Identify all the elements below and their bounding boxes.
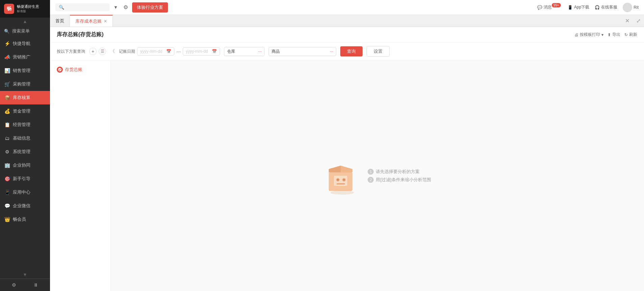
date-start-input[interactable]: yyyy-mm-dd 📅 bbox=[137, 47, 174, 55]
warehouse-more-btn[interactable]: ··· bbox=[258, 49, 262, 54]
empty-illustration bbox=[324, 159, 357, 193]
date-start-placeholder: yyyy-mm-dd bbox=[140, 49, 162, 54]
goods-select[interactable]: 商品 ··· bbox=[269, 47, 336, 56]
tab-home-label: 首页 bbox=[55, 18, 64, 24]
message-icon: 💬 bbox=[537, 5, 542, 10]
sidebar-nav: ⚡ 快捷导航 📣 营销推广 📊 销售管理 🛒 采购管理 📦 库存核算 💰 资金管… bbox=[0, 37, 50, 271]
marketing-icon: 📣 bbox=[4, 54, 10, 60]
sidebar-item-label: 库存核算 bbox=[13, 95, 30, 101]
topbar-left: 🔍 ▼ ⚙ 体验行业方案 bbox=[55, 2, 533, 13]
date-end-input[interactable]: yyyy-mm-dd 📅 bbox=[183, 47, 220, 55]
goods-label: 商品 bbox=[272, 49, 280, 54]
sidebar-item-label: 快捷导航 bbox=[13, 41, 30, 47]
search-menu-btn[interactable]: 🔍 搜索菜单 bbox=[0, 25, 50, 37]
sidebar-item-operations[interactable]: 📋 经营管理 bbox=[0, 118, 50, 131]
filter-actions: + ☰ bbox=[89, 48, 106, 55]
date-end-placeholder: yyyy-mm-dd bbox=[186, 49, 208, 54]
avatar bbox=[623, 3, 632, 12]
topbar-right: 💬 消息 99+ 📱 App下载 🎧 在线客服 Rit bbox=[537, 3, 639, 12]
settings-footer-btn[interactable]: ⚙ bbox=[12, 282, 16, 288]
topbar: 🔍 ▼ ⚙ 体验行业方案 💬 消息 99+ 📱 App下载 🎧 在线客服 bbox=[50, 0, 644, 15]
app-download-btn[interactable]: 📱 App下载 bbox=[568, 4, 589, 10]
page-header: 库存总账(存货总账) 🖨 按模板打印 ▾ ⬆ 导出 ↻ 刷新 bbox=[50, 27, 644, 43]
operations-icon: 📋 bbox=[4, 122, 10, 127]
query-btn[interactable]: 查询 bbox=[340, 46, 363, 56]
app-download-label: App下载 bbox=[574, 4, 589, 10]
search-topbar-icon: 🔍 bbox=[59, 5, 64, 10]
sidebar-item-purchase[interactable]: 🛒 采购管理 bbox=[0, 77, 50, 91]
main-area: 🔍 ▼ ⚙ 体验行业方案 💬 消息 99+ 📱 App下载 🎧 在线客服 bbox=[50, 0, 644, 291]
sidebar-item-basic[interactable]: 🗂 基础信息 bbox=[0, 131, 50, 145]
scroll-down-btn[interactable]: ▼ bbox=[0, 271, 50, 278]
search-icon: 🔍 bbox=[4, 29, 9, 34]
scroll-up-btn[interactable]: ▲ bbox=[0, 18, 50, 25]
filter-collapse-btn[interactable]: 《 bbox=[110, 48, 115, 54]
inventory-icon: 📦 bbox=[4, 95, 10, 100]
message-btn[interactable]: 💬 消息 99+ bbox=[537, 4, 562, 10]
tab-close-btn[interactable]: ✕ bbox=[104, 19, 107, 24]
app-logo: 畅 畅捷通好生意 标准版 bbox=[0, 0, 50, 18]
filter-area: 按以下方案查询 + ☰ 《 记账日期 yyyy-mm-dd 📅 — yyyy-m… bbox=[50, 43, 644, 60]
print-btn[interactable]: 🖨 按模板打印 ▾ bbox=[574, 32, 603, 38]
system-icon: ⚙ bbox=[4, 149, 10, 154]
tab-inventory-cost[interactable]: 库存成本总账 ✕ bbox=[70, 15, 113, 27]
svg-marker-3 bbox=[329, 166, 341, 172]
settings-btn[interactable]: 设置 bbox=[367, 46, 390, 57]
export-btn[interactable]: ⬆ 导出 bbox=[608, 32, 620, 38]
calendar-end-icon: 📅 bbox=[212, 49, 217, 54]
empty-content: 1 请先选择要分析的方案 2 用[过滤]条件来缩小分析范围 bbox=[324, 159, 431, 193]
filter-menu-btn[interactable]: ☰ bbox=[99, 48, 106, 55]
empty-area: 1 请先选择要分析的方案 2 用[过滤]条件来缩小分析范围 bbox=[111, 60, 644, 291]
app-badge: 标准版 bbox=[17, 9, 39, 14]
user-profile-btn[interactable]: Rit bbox=[623, 3, 639, 12]
sidebar-item-inventory[interactable]: 📦 库存核算 bbox=[0, 91, 50, 104]
sidebar: 畅 畅捷通好生意 标准版 ▲ 🔍 搜索菜单 ⚡ 快捷导航 📣 营销推广 📊 销售… bbox=[0, 0, 50, 291]
svg-rect-11 bbox=[337, 183, 345, 185]
page-title: 库存总账(存货总账) bbox=[57, 31, 104, 38]
tab-home[interactable]: 首页 bbox=[50, 15, 70, 27]
tabs-bar: 首页 库存成本总账 ✕ ✕ ⤢ bbox=[50, 15, 644, 27]
wechat-icon: 💬 bbox=[4, 203, 10, 209]
sidebar-item-wechat[interactable]: 💬 企业微信 bbox=[0, 199, 50, 213]
svg-point-1 bbox=[330, 191, 354, 195]
sidebar-item-label: 营销推广 bbox=[13, 54, 30, 60]
online-service-label: 在线客服 bbox=[601, 4, 617, 10]
online-service-btn[interactable]: 🎧 在线客服 bbox=[595, 4, 617, 10]
message-label: 消息 bbox=[544, 4, 552, 10]
print-dropdown-icon[interactable]: ▾ bbox=[601, 32, 603, 37]
refresh-icon: ↻ bbox=[624, 32, 628, 37]
inventory-ledger-icon bbox=[57, 67, 63, 73]
refresh-btn[interactable]: ↻ 刷新 bbox=[624, 32, 637, 38]
warehouse-select[interactable]: 仓库 ··· bbox=[224, 47, 265, 56]
sidebar-item-vip[interactable]: 👑 畅会员 bbox=[0, 213, 50, 226]
sidebar-item-marketing[interactable]: 📣 营销推广 bbox=[0, 50, 50, 64]
sidebar-item-sales[interactable]: 📊 销售管理 bbox=[0, 64, 50, 77]
sidebar-item-finance[interactable]: 💰 资金管理 bbox=[0, 104, 50, 118]
sub-filter-inventory[interactable]: 存货总账 bbox=[53, 64, 107, 75]
tab-panel-close-btn[interactable]: ✕ bbox=[622, 18, 633, 24]
sub-filter-left: 存货总账 bbox=[50, 60, 111, 291]
sub-content-area: 存货总账 bbox=[50, 60, 644, 291]
hint-num-2: 2 bbox=[368, 177, 374, 183]
sidebar-item-enterprise[interactable]: 🏢 企业协同 bbox=[0, 159, 50, 172]
tab-expand-btn[interactable]: ⤢ bbox=[633, 18, 644, 24]
filter-add-btn[interactable]: + bbox=[89, 48, 97, 55]
sidebar-item-app-center[interactable]: 📱 应用中心 bbox=[0, 186, 50, 199]
sidebar-item-label: 系统管理 bbox=[13, 149, 30, 155]
warehouse-label: 仓库 bbox=[227, 49, 235, 54]
goods-more-btn[interactable]: ··· bbox=[330, 49, 333, 54]
content-area: 库存总账(存货总账) 🖨 按模板打印 ▾ ⬆ 导出 ↻ 刷新 按以下方案查询 bbox=[50, 27, 644, 291]
sidebar-item-system[interactable]: ⚙ 系统管理 bbox=[0, 145, 50, 159]
topbar-settings-btn[interactable]: ⚙ bbox=[122, 3, 129, 12]
export-icon: ⬆ bbox=[608, 32, 611, 37]
finance-icon: 💰 bbox=[4, 108, 10, 114]
industry-btn[interactable]: 体验行业方案 bbox=[132, 2, 168, 13]
sidebar-item-quick-nav[interactable]: ⚡ 快捷导航 bbox=[0, 37, 50, 50]
calendar-start-icon: 📅 bbox=[166, 49, 171, 54]
sidebar-item-beginner[interactable]: 🎯 新手引导 bbox=[0, 172, 50, 186]
empty-hint-1: 请先选择要分析的方案 bbox=[376, 169, 420, 175]
topbar-search-box[interactable]: 🔍 bbox=[55, 3, 109, 11]
topbar-dropdown-btn[interactable]: ▼ bbox=[112, 3, 119, 11]
audio-footer-btn[interactable]: ⏸ bbox=[33, 282, 38, 288]
search-menu-label: 搜索菜单 bbox=[12, 28, 30, 34]
